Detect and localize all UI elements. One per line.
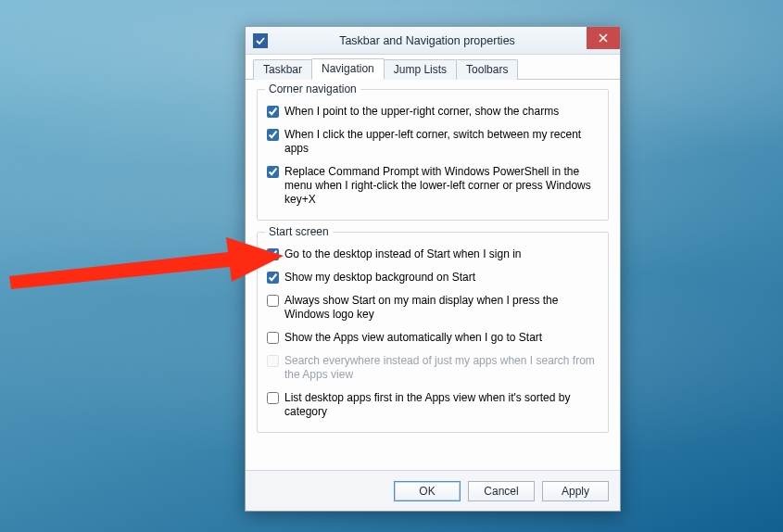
label-search-everywhere: Search everywhere instead of just my app…: [284, 354, 599, 382]
tab-body-navigation: Corner navigation When I point to the up…: [246, 80, 620, 470]
checkbox-recent-apps[interactable]: [267, 129, 279, 141]
tab-toolbars[interactable]: Toolbars: [456, 59, 518, 80]
group-legend-corner: Corner navigation: [265, 82, 360, 95]
window-title: Taskbar and Navigation properties: [268, 34, 620, 47]
option-charms[interactable]: When I point to the upper-right corner, …: [267, 105, 599, 119]
option-powershell[interactable]: Replace Command Prompt with Windows Powe…: [267, 165, 599, 207]
apply-button[interactable]: Apply: [542, 481, 609, 501]
group-corner-navigation: Corner navigation When I point to the up…: [257, 89, 609, 221]
cancel-button[interactable]: Cancel: [468, 481, 535, 501]
tab-navigation[interactable]: Navigation: [311, 58, 385, 80]
desktop-background: Taskbar and Navigation properties Taskba…: [0, 0, 783, 532]
label-desktop-bg-on-start: Show my desktop background on Start: [284, 271, 599, 285]
checkbox-search-everywhere: [267, 355, 279, 367]
label-charms: When I point to the upper-right corner, …: [284, 105, 599, 119]
checkbox-list-desktop-first[interactable]: [267, 392, 279, 404]
label-powershell: Replace Command Prompt with Windows Powe…: [284, 165, 599, 207]
ok-button[interactable]: OK: [394, 481, 461, 501]
label-apps-view-auto: Show the Apps view automatically when I …: [284, 331, 599, 345]
option-search-everywhere: Search everywhere instead of just my app…: [267, 354, 599, 382]
tab-taskbar[interactable]: Taskbar: [253, 59, 312, 80]
option-go-to-desktop[interactable]: Go to the desktop instead of Start when …: [267, 247, 599, 261]
option-list-desktop-first[interactable]: List desktop apps first in the Apps view…: [267, 391, 599, 419]
dialog-button-bar: OK Cancel Apply: [246, 470, 620, 511]
checkbox-powershell[interactable]: [267, 166, 279, 178]
group-start-screen: Start screen Go to the desktop instead o…: [257, 232, 609, 433]
window-sysicon: [253, 33, 268, 48]
tab-jumplists[interactable]: Jump Lists: [384, 59, 457, 80]
checkbox-charms[interactable]: [267, 106, 279, 118]
option-recent-apps[interactable]: When I click the upper-left corner, swit…: [267, 128, 599, 156]
label-go-to-desktop: Go to the desktop instead of Start when …: [284, 247, 599, 261]
label-list-desktop-first: List desktop apps first in the Apps view…: [284, 391, 599, 419]
close-button[interactable]: [587, 27, 620, 49]
svg-marker-2: [9, 237, 284, 289]
option-main-display[interactable]: Always show Start on my main display whe…: [267, 294, 599, 322]
checkbox-go-to-desktop[interactable]: [267, 248, 279, 260]
checkbox-main-display[interactable]: [267, 295, 279, 307]
titlebar: Taskbar and Navigation properties: [246, 27, 620, 55]
label-recent-apps: When I click the upper-left corner, swit…: [284, 128, 599, 156]
group-legend-start: Start screen: [265, 225, 333, 238]
close-icon: [599, 33, 608, 43]
tab-strip: Taskbar Navigation Jump Lists Toolbars: [246, 55, 620, 80]
annotation-arrow-icon: [9, 237, 284, 293]
checkbox-desktop-bg-on-start[interactable]: [267, 272, 279, 284]
properties-window: Taskbar and Navigation properties Taskba…: [245, 26, 621, 512]
label-main-display: Always show Start on my main display whe…: [284, 294, 599, 322]
checkbox-apps-view-auto[interactable]: [267, 332, 279, 344]
option-apps-view-auto[interactable]: Show the Apps view automatically when I …: [267, 331, 599, 345]
option-desktop-bg-on-start[interactable]: Show my desktop background on Start: [267, 271, 599, 285]
